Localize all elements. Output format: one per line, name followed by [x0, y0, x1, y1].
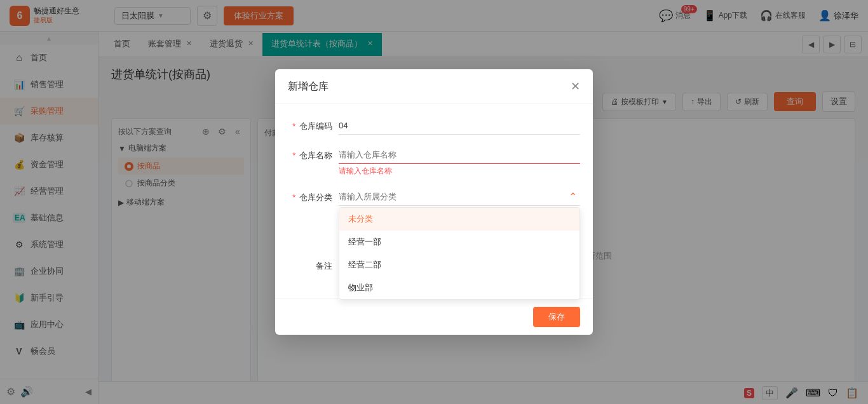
- dropdown-item-uncategorized[interactable]: 未分类: [339, 208, 580, 231]
- category-input-container: ⌃: [339, 188, 580, 206]
- new-warehouse-modal: 新增仓库 ✕ * 仓库编码 * 仓库名称: [275, 69, 593, 335]
- name-input-wrapper: 请输入仓库名称: [339, 146, 580, 177]
- name-label: * 仓库名称: [288, 146, 339, 161]
- required-icon: *: [292, 151, 295, 160]
- category-label: * 仓库分类: [288, 188, 339, 203]
- warehouse-code-input[interactable]: [339, 117, 580, 135]
- modal-footer: 保存: [275, 299, 593, 335]
- dropdown-item-dept2[interactable]: 经营二部: [339, 253, 580, 276]
- dropdown-item-dept1[interactable]: 经营一部: [339, 231, 580, 253]
- warehouse-code-row: * 仓库编码: [288, 117, 580, 135]
- save-button[interactable]: 保存: [533, 307, 580, 327]
- modal-body: * 仓库编码 * 仓库名称 请输入仓库名称: [275, 104, 593, 299]
- category-dropdown: 未分类 经营一部 经营二部 物业部: [339, 207, 580, 300]
- dropdown-item-property[interactable]: 物业部: [339, 276, 580, 299]
- dropdown-toggle-icon[interactable]: ⌃: [566, 191, 580, 203]
- modal-overlay: 新增仓库 ✕ * 仓库编码 * 仓库名称: [0, 0, 868, 404]
- code-label: * 仓库编码: [288, 117, 339, 132]
- required-icon: *: [292, 192, 295, 202]
- warehouse-name-row: * 仓库名称 请输入仓库名称: [288, 146, 580, 177]
- category-input-wrapper: ⌃: [339, 188, 580, 206]
- code-input-wrapper: [339, 117, 580, 135]
- modal-header: 新增仓库 ✕: [275, 69, 593, 104]
- name-error-msg: 请输入仓库名称: [339, 166, 580, 177]
- modal-title: 新增仓库: [288, 80, 329, 93]
- warehouse-category-row: * 仓库分类 ⌃ 未分类 经营一部 经营二部 物业部: [288, 188, 580, 206]
- required-icon: *: [292, 121, 295, 131]
- modal-close-button[interactable]: ✕: [571, 79, 580, 93]
- warehouse-category-input[interactable]: [339, 188, 566, 205]
- note-label: 备注: [288, 257, 339, 272]
- warehouse-name-input[interactable]: [339, 146, 580, 164]
